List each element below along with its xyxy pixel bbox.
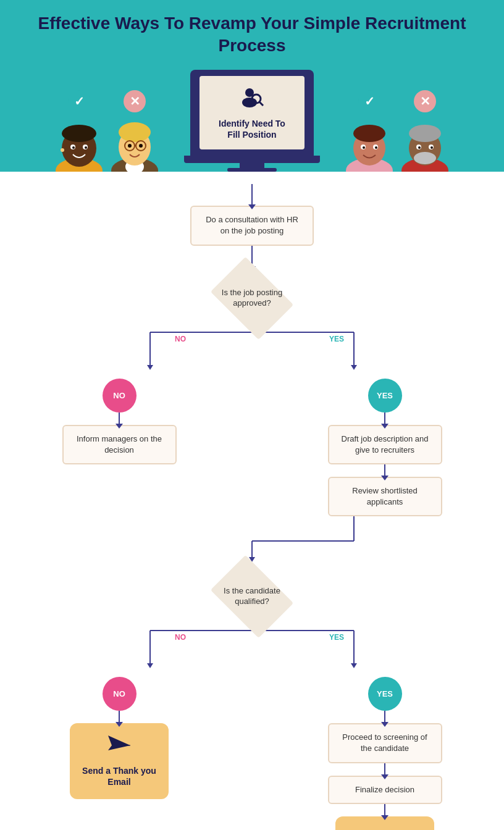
yes-label-1: YES (377, 391, 393, 400)
laptop-title: Identify Need To Fill Position (212, 118, 292, 140)
svg-point-11 (119, 122, 151, 142)
svg-marker-38 (147, 365, 153, 370)
branch2-right: YES Proceed to screening of the candidat… (317, 677, 453, 830)
avatar-3: ✓ (345, 90, 394, 172)
laptop-stand (240, 163, 264, 168)
finalize-box: Finalize decision (328, 776, 442, 804)
svg-point-27 (375, 146, 377, 149)
step2-box: Review shortlisted applicants (328, 477, 442, 516)
check-badge-2: ✓ (358, 90, 380, 112)
avatar-2: ✕ (110, 90, 159, 172)
no-branch1-box: Inform managers on the decision (62, 425, 177, 464)
svg-point-26 (363, 146, 365, 149)
connector-svg (51, 516, 453, 566)
svg-point-7 (61, 148, 64, 152)
svg-marker-50 (147, 663, 153, 668)
laptop-person-icon (212, 85, 292, 114)
svg-point-31 (414, 152, 436, 164)
page-title: Effective Ways To Revamp Your Simple Rec… (12, 12, 492, 57)
svg-text:NO: NO (175, 633, 186, 642)
step2-text: Review shortlisted applicants (352, 486, 418, 506)
connector-to-decision2 (51, 516, 453, 566)
x-badge-2: ✕ (414, 90, 436, 112)
search-person-icon (240, 85, 264, 110)
paper-plane-icon (107, 734, 132, 756)
diamond1-text: Is the job posting approved? (212, 288, 292, 309)
no-btn-2: NO (103, 677, 136, 711)
diamond1-wrap: Is the job posting approved? (51, 267, 453, 329)
laptop: Identify Need To Fill Position (190, 70, 314, 156)
branch2-cols: NO Send a Thank you Email (51, 677, 453, 830)
yes-btn-2: YES (368, 677, 402, 711)
yes-btn-1: YES (368, 379, 402, 413)
arrow-yes2b (384, 763, 385, 776)
send-email-icon (82, 734, 156, 760)
yes-label-2: YES (377, 689, 393, 698)
arrow-yes2 (384, 711, 385, 723)
svg-line-20 (259, 102, 263, 106)
arrow-1 (251, 184, 253, 206)
svg-text:NO: NO (175, 335, 186, 343)
svg-point-34 (418, 146, 421, 149)
check-badge-1: ✓ (68, 90, 90, 112)
svg-text:YES: YES (329, 633, 344, 642)
flowchart: Do a consultation with HR on the job pos… (0, 172, 504, 830)
screening-text: Proceed to screening of the candidate (342, 732, 427, 753)
header: Effective Ways To Revamp Your Simple Rec… (0, 0, 504, 172)
svg-point-35 (430, 146, 433, 149)
svg-point-16 (139, 144, 143, 148)
finalize-text: Finalize decision (355, 785, 414, 794)
thankyou-text: Send a Thank you Email (82, 765, 156, 787)
avatar-face-1 (54, 116, 104, 172)
svg-marker-56 (108, 736, 130, 750)
branch1-left: NO Inform managers on the decision (51, 379, 187, 464)
diamond2: Is the candidate qualified? (212, 566, 292, 627)
laptop-base (184, 156, 320, 163)
svg-text:YES: YES (329, 335, 344, 343)
branch1-right: YES Draft job description and give to re… (317, 379, 453, 517)
thankyou-box: Send a Thank you Email (70, 723, 169, 799)
avatar-4: ✕ (400, 90, 450, 172)
laptop-screen: Identify Need To Fill Position (200, 76, 304, 149)
no-btn-1: NO (103, 379, 136, 413)
svg-marker-41 (351, 365, 357, 370)
branch1-svg: NO YES (51, 329, 453, 379)
svg-point-30 (409, 125, 441, 142)
svg-point-15 (128, 144, 132, 148)
no-label-2: NO (113, 689, 125, 698)
branch2-svg: NO YES (51, 627, 453, 677)
arrow-no2 (119, 711, 120, 723)
step1-text: Do a consultation with HR on the job pos… (206, 215, 298, 235)
diamond2-wrap: Is the candidate qualified? (51, 566, 453, 627)
svg-marker-53 (351, 663, 357, 668)
branch2-left: NO Send a Thank you Email (51, 677, 187, 799)
arrow-no1 (119, 413, 120, 425)
svg-point-6 (85, 146, 87, 149)
header-avatars: ✓ ✕ (12, 70, 492, 172)
no-label-1: NO (113, 391, 125, 400)
arrow-yes1 (384, 413, 385, 425)
hire-icon (348, 828, 422, 830)
step1-box: Do a consultation with HR on the job pos… (190, 206, 314, 245)
arrow-yes1b (384, 464, 385, 477)
diamond1: Is the job posting approved? (212, 267, 292, 329)
avatar-face-2 (110, 116, 159, 172)
svg-point-5 (72, 146, 75, 149)
screening-box: Proceed to screening of the candidate (328, 723, 442, 763)
laptop-container: Identify Need To Fill Position (184, 70, 320, 172)
branch1-cols: NO Inform managers on the decision YES D… (51, 379, 453, 517)
svg-point-23 (353, 125, 385, 142)
avatar-face-3 (345, 116, 394, 172)
avatar-1: ✓ (54, 90, 104, 172)
svg-point-2 (62, 125, 96, 142)
x-badge-1: ✕ (124, 90, 146, 112)
decision1-section: Is the job posting approved? NO YES (51, 267, 453, 517)
yes-branch1-text: Draft job description and give to recrui… (342, 434, 429, 455)
avatar-face-4 (400, 116, 450, 172)
yes-branch1-box: Draft job description and give to recrui… (328, 425, 442, 464)
hire-person-icon (372, 828, 397, 830)
arrow-yes2c (384, 804, 385, 816)
no-branch1-text: Inform managers on the decision (77, 434, 162, 455)
diamond2-text: Is the candidate qualified? (212, 586, 292, 607)
decision2-section: Is the candidate qualified? NO YES NO (51, 566, 453, 830)
